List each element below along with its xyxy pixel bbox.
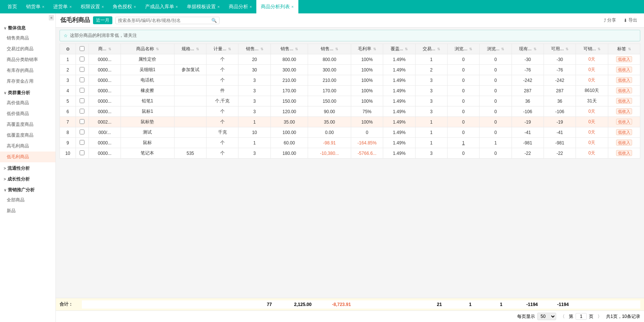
sidebar-item-低覆盖度商品[interactable]: 低覆盖度商品 bbox=[0, 130, 55, 141]
table-header-4[interactable]: 规格... ⇅ bbox=[174, 44, 206, 54]
table-header-7[interactable]: 销售... ⇅ bbox=[270, 44, 308, 54]
close-icon[interactable]: × bbox=[217, 4, 220, 9]
nav-item-商品分析列表[interactable]: 商品分析列表× bbox=[256, 0, 298, 13]
sidebar-item-高价值商品[interactable]: 高价值商品 bbox=[0, 98, 55, 108]
nav-item-商品分析[interactable]: 商品分析× bbox=[224, 0, 256, 13]
per-page-select[interactable]: 102050100 bbox=[537, 313, 556, 320]
sidebar-item-库存资金占用[interactable]: 库存资金占用 bbox=[0, 76, 55, 87]
row-code: 0000... bbox=[89, 138, 121, 148]
nav-item-首页[interactable]: 首页 bbox=[3, 0, 22, 13]
row-select-checkbox[interactable] bbox=[80, 57, 84, 61]
row-tag[interactable]: 低收入 bbox=[608, 54, 640, 65]
row-tag[interactable]: 低收入 bbox=[608, 96, 640, 106]
sidebar-item-低价值商品[interactable]: 低价值商品 bbox=[0, 108, 55, 119]
row-checkbox[interactable] bbox=[76, 75, 89, 86]
page-input[interactable] bbox=[576, 313, 587, 320]
row-select-checkbox[interactable] bbox=[80, 140, 84, 145]
row-select-checkbox[interactable] bbox=[80, 88, 84, 93]
footer-label: 合计： bbox=[60, 301, 82, 307]
row-tag[interactable]: 低收入 bbox=[608, 106, 640, 117]
close-icon[interactable]: × bbox=[250, 4, 252, 9]
row-tag[interactable]: 低收入 bbox=[608, 65, 640, 75]
row-checkbox[interactable] bbox=[76, 117, 89, 127]
close-icon[interactable]: × bbox=[42, 4, 44, 9]
table-header-14[interactable]: 现有... ⇅ bbox=[512, 44, 544, 54]
row-select-checkbox[interactable] bbox=[80, 150, 84, 155]
row-tag[interactable]: 低收入 bbox=[608, 138, 640, 148]
row-select-checkbox[interactable] bbox=[80, 119, 84, 124]
prev-page-button[interactable]: 〈 bbox=[558, 313, 567, 320]
nav-item-单据模板设置[interactable]: 单据模板设置× bbox=[182, 0, 224, 13]
sidebar-group-成长性分析[interactable]: >成长性分析 bbox=[0, 173, 55, 184]
close-icon[interactable]: × bbox=[176, 4, 178, 9]
tag-label: 低收入 bbox=[616, 56, 632, 62]
row-select-checkbox[interactable] bbox=[80, 130, 84, 134]
table-header-6[interactable]: 销售... ⇅ bbox=[238, 44, 270, 54]
sidebar-item-有库存的商品[interactable]: 有库存的商品 bbox=[0, 65, 55, 76]
sidebar-group-流通性分析[interactable]: >流通性分析 bbox=[0, 162, 55, 173]
sidebar-item-新品[interactable]: 新品 bbox=[0, 205, 55, 216]
row-checkbox[interactable] bbox=[76, 106, 89, 117]
table-header-10[interactable]: 覆盖... ⇅ bbox=[383, 44, 415, 54]
sidebar-collapse-button[interactable]: « bbox=[49, 15, 54, 20]
time-tag-button[interactable]: 近一月 bbox=[93, 16, 112, 24]
sidebar-item-全部商品[interactable]: 全部商品 bbox=[0, 195, 55, 205]
sidebar-item-销售类商品[interactable]: 销售类商品 bbox=[0, 33, 55, 44]
sidebar-item-低毛利商品[interactable]: 低毛利商品 bbox=[0, 152, 55, 162]
table-header-3[interactable]: 商品名称 ⇅ bbox=[121, 44, 174, 54]
table-header-13[interactable]: 浏览... ⇅ bbox=[480, 44, 512, 54]
row-checkbox[interactable] bbox=[76, 86, 89, 96]
select-all-checkbox[interactable] bbox=[80, 46, 84, 51]
sidebar-group-整体信息[interactable]: ∨整体信息 bbox=[0, 22, 55, 33]
settings-icon[interactable]: ⚙ bbox=[66, 47, 70, 52]
close-icon[interactable]: × bbox=[102, 4, 104, 9]
sidebar-group-类群量分析[interactable]: ∨类群量分析 bbox=[0, 87, 55, 98]
row-view1[interactable]: 1 bbox=[448, 138, 480, 148]
sidebar-group-title-text: 类群量分析 bbox=[8, 90, 30, 96]
table-header-9[interactable]: 毛利率 ⇅ bbox=[351, 44, 383, 54]
row-select-checkbox[interactable] bbox=[80, 67, 84, 72]
row-tag[interactable]: 低收入 bbox=[608, 86, 640, 96]
search-input[interactable] bbox=[118, 18, 211, 23]
row-checkbox[interactable] bbox=[76, 54, 89, 65]
row-checkbox[interactable] bbox=[76, 148, 89, 159]
row-view2: 0 bbox=[480, 117, 512, 127]
nav-item-权限设置[interactable]: 权限设置× bbox=[76, 0, 108, 13]
row-checkbox[interactable] bbox=[76, 65, 89, 75]
table-header-15[interactable]: 可用... ⇅ bbox=[544, 44, 576, 54]
row-checkbox[interactable] bbox=[76, 127, 89, 138]
share-button[interactable]: ⤴ 分享 bbox=[602, 16, 618, 24]
sidebar-item-交易过的商品[interactable]: 交易过的商品 bbox=[0, 44, 55, 54]
sidebar-group-营销推广分析[interactable]: ∨营销推广分析 bbox=[0, 184, 55, 195]
search-icon[interactable]: 🔍 bbox=[211, 18, 217, 23]
nav-item-角色授权[interactable]: 角色授权× bbox=[108, 0, 140, 13]
next-page-button[interactable]: 〉 bbox=[596, 313, 604, 320]
table-header-8[interactable]: 销售... ⇅ bbox=[308, 44, 351, 54]
row-select-checkbox[interactable] bbox=[80, 98, 84, 103]
row-select-checkbox[interactable] bbox=[80, 109, 84, 114]
close-icon[interactable]: × bbox=[291, 4, 294, 9]
row-checkbox[interactable] bbox=[76, 138, 89, 148]
row-view1-link[interactable]: 1 bbox=[462, 140, 465, 146]
table-header-2[interactable]: 商... ⇅ bbox=[89, 44, 121, 54]
close-icon[interactable]: × bbox=[69, 4, 71, 9]
row-tag[interactable]: 低收入 bbox=[608, 117, 640, 127]
row-select-checkbox[interactable] bbox=[80, 77, 84, 82]
table-header-5[interactable]: 计量... ⇅ bbox=[206, 44, 238, 54]
row-tag[interactable]: 低收入 bbox=[608, 75, 640, 86]
table-header-17[interactable]: 标签 ⇅ bbox=[608, 44, 640, 54]
close-icon[interactable]: × bbox=[134, 4, 136, 9]
sidebar-item-高毛利商品[interactable]: 高毛利商品 bbox=[0, 141, 55, 152]
nav-item-进货单[interactable]: 进货单× bbox=[49, 0, 76, 13]
nav-item-产成品入库单[interactable]: 产成品入库单× bbox=[141, 0, 182, 13]
row-checkbox[interactable] bbox=[76, 96, 89, 106]
export-button[interactable]: ⬇ 导出 bbox=[621, 16, 640, 24]
row-tag[interactable]: 低收入 bbox=[608, 127, 640, 138]
sidebar-item-高覆盖度商品[interactable]: 高覆盖度商品 bbox=[0, 119, 55, 130]
table-header-11[interactable]: 交易... ⇅ bbox=[415, 44, 447, 54]
table-header-12[interactable]: 浏览... ⇅ bbox=[448, 44, 480, 54]
sidebar-item-商品分类助销率[interactable]: 商品分类助销率 bbox=[0, 54, 55, 65]
nav-item-销货单[interactable]: 销货单× bbox=[22, 0, 49, 13]
table-header-16[interactable]: 可销... ⇅ bbox=[576, 44, 608, 54]
row-tag[interactable]: 低收入 bbox=[608, 148, 640, 159]
